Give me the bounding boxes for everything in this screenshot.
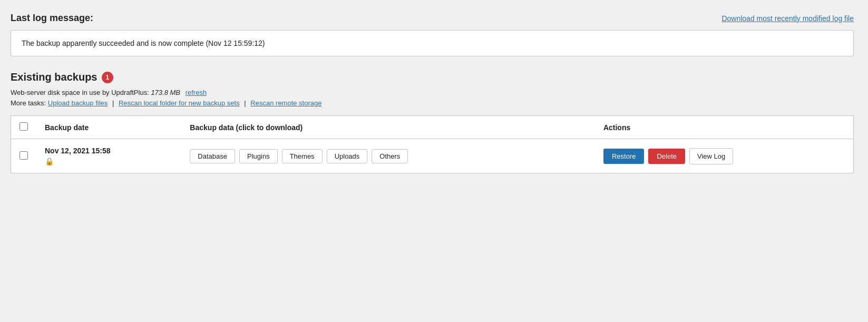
more-tasks-label: More tasks: bbox=[11, 99, 46, 107]
upload-backup-link[interactable]: Upload backup files bbox=[48, 99, 108, 107]
th-actions: Actions bbox=[595, 116, 854, 139]
rescan-local-link[interactable]: Rescan local folder for new backup sets bbox=[119, 99, 240, 107]
table-row: Nov 12, 2021 15:58 🔒 Database Plugins Th… bbox=[11, 139, 854, 173]
table-header-row: Backup date Backup data (click to downlo… bbox=[11, 116, 854, 139]
th-backup-data: Backup data (click to download) bbox=[181, 116, 595, 139]
themes-button[interactable]: Themes bbox=[282, 149, 323, 163]
disk-space-label: Web-server disk space in use by UpdraftP… bbox=[11, 89, 149, 96]
refresh-link[interactable]: refresh bbox=[186, 89, 207, 96]
download-log-link[interactable]: Download most recently modified log file bbox=[721, 14, 854, 23]
row-checkbox[interactable] bbox=[19, 151, 28, 160]
existing-backups-section: Existing backups 1 Web-server disk space… bbox=[11, 71, 854, 173]
others-button[interactable]: Others bbox=[372, 149, 408, 163]
separator-1: | bbox=[112, 99, 114, 107]
last-log-title: Last log message: bbox=[11, 13, 93, 24]
row-checkbox-cell bbox=[11, 139, 37, 173]
action-buttons-group: Restore Delete View Log bbox=[603, 148, 845, 164]
viewlog-button[interactable]: View Log bbox=[689, 148, 733, 164]
row-data-cell: Database Plugins Themes Uploads Others bbox=[181, 139, 595, 173]
last-log-section: Last log message: Download most recently… bbox=[11, 13, 854, 56]
backups-count-badge: 1 bbox=[102, 72, 113, 83]
row-actions-cell: Restore Delete View Log bbox=[595, 139, 854, 173]
rescan-remote-link[interactable]: Rescan remote storage bbox=[250, 99, 321, 107]
uploads-button[interactable]: Uploads bbox=[327, 149, 368, 163]
disk-space-value: 173.8 MB bbox=[151, 89, 180, 96]
data-buttons-group: Database Plugins Themes Uploads Others bbox=[190, 149, 587, 163]
th-checkbox bbox=[11, 116, 37, 139]
delete-button[interactable]: Delete bbox=[648, 149, 685, 164]
database-button[interactable]: Database bbox=[190, 149, 235, 163]
backup-date: Nov 12, 2021 15:58 bbox=[45, 147, 173, 155]
disk-space-row: Web-server disk space in use by UpdraftP… bbox=[11, 89, 854, 96]
th-backup-date: Backup date bbox=[36, 116, 181, 139]
lock-icon: 🔒 bbox=[45, 157, 54, 165]
section-title: Existing backups bbox=[11, 71, 97, 83]
last-log-header: Last log message: Download most recently… bbox=[11, 13, 854, 24]
restore-button[interactable]: Restore bbox=[603, 149, 645, 164]
tasks-row: More tasks: Upload backup files | Rescan… bbox=[11, 99, 854, 107]
log-message-box: The backup apparently succeeded and is n… bbox=[11, 30, 854, 56]
row-date-cell: Nov 12, 2021 15:58 🔒 bbox=[36, 139, 181, 173]
separator-2: | bbox=[244, 99, 246, 107]
section-title-row: Existing backups 1 bbox=[11, 71, 854, 83]
select-all-checkbox[interactable] bbox=[19, 122, 28, 131]
log-message-text: The backup apparently succeeded and is n… bbox=[22, 39, 265, 47]
backups-table: Backup date Backup data (click to downlo… bbox=[11, 115, 854, 173]
page-container: Last log message: Download most recently… bbox=[11, 13, 854, 173]
plugins-button[interactable]: Plugins bbox=[239, 149, 278, 163]
